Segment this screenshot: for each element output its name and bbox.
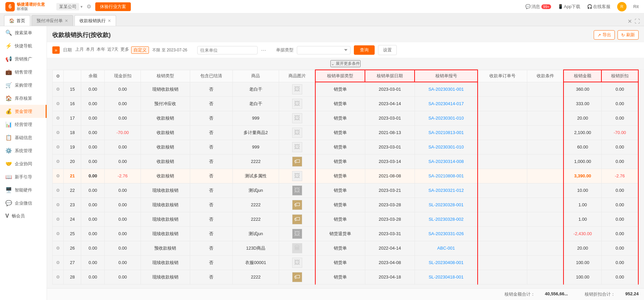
row-verify-discount: 0.00 bbox=[601, 140, 638, 154]
row-verify-bill-no[interactable]: SA-20230314-008 bbox=[415, 154, 478, 169]
tab-close-all-icon[interactable]: ✕ bbox=[628, 18, 632, 25]
sidebar-item-purchase[interactable]: 🛒 采购管理 bbox=[0, 79, 47, 92]
logo-area: 6 畅捷通谱好生意 标准版 bbox=[5, 2, 52, 11]
row-balance: 0.00 bbox=[81, 96, 105, 111]
app-download-link[interactable]: 📱 App下载 bbox=[558, 4, 580, 10]
row-gear-cell[interactable]: ⚙ bbox=[53, 96, 64, 111]
logo-icon: 6 bbox=[5, 2, 15, 11]
tab-verify-close-icon[interactable]: ✕ bbox=[108, 18, 111, 23]
row-gear-cell[interactable]: ⚙ bbox=[53, 255, 64, 270]
expand-more-button[interactable]: ⌄ 展开更多条件 bbox=[330, 60, 361, 67]
single-type-select[interactable] bbox=[297, 46, 351, 54]
row-verify-bill-no[interactable]: SA-20230301-010 bbox=[415, 140, 478, 154]
row-verify-bill-no[interactable]: SA-20230301-010 bbox=[415, 111, 478, 125]
tab-prepay-close-icon[interactable]: ✕ bbox=[65, 18, 68, 23]
tab-maximize-icon[interactable]: ⛶ bbox=[635, 18, 640, 25]
table-row: ⚙190.000.00收款核销否999🖼销货单2023-03-01SA-2023… bbox=[53, 140, 639, 154]
row-receipt-condition bbox=[527, 183, 564, 198]
date-7days[interactable]: 近7天 bbox=[107, 46, 118, 54]
sidebar-item-finance[interactable]: 💰 资金管理 bbox=[0, 105, 47, 118]
online-service-link[interactable]: 🎧 在线客服 bbox=[587, 4, 610, 10]
sidebar-label-collab: 企业协同 bbox=[15, 161, 32, 167]
row-product: 999 bbox=[232, 140, 279, 154]
counterpart-input[interactable] bbox=[197, 46, 258, 54]
company-dropdown[interactable]: 某某公司 ▾ bbox=[56, 3, 83, 10]
row-product-img: 🏛 bbox=[279, 241, 315, 255]
row-verify-bill-no[interactable]: SA-20210813-001 bbox=[415, 125, 478, 140]
table-row: ⚙180.00-70.00收款核销否多计量商品2🖼销货单2021-08-13SA… bbox=[53, 125, 639, 140]
row-verify-bill-no[interactable]: SA-20230331-026 bbox=[415, 226, 478, 241]
row-index: 26 bbox=[64, 241, 81, 255]
row-verify-bill-no[interactable]: SL-20230418-001 bbox=[415, 270, 478, 284]
row-gear-cell[interactable]: ⚙ bbox=[53, 140, 64, 154]
row-gear-cell[interactable]: ⚙ bbox=[53, 125, 64, 140]
tab-home[interactable]: 🏠 首页 bbox=[4, 15, 30, 26]
date-more[interactable]: 更多 bbox=[120, 46, 129, 54]
row-cash-discount: 0.00 bbox=[105, 241, 141, 255]
row-verify-bill-no[interactable]: SA-20230414-017 bbox=[415, 96, 478, 111]
col-gear-header[interactable]: ⚙ bbox=[53, 70, 64, 82]
row-verify-bill-no[interactable]: SL-20230328-001 bbox=[415, 198, 478, 212]
row-balance: 0.00 bbox=[81, 154, 105, 169]
row-verify-bill-no[interactable]: SL-20230328-002 bbox=[415, 212, 478, 226]
row-verify-bill-no[interactable]: ABC-001 bbox=[415, 241, 478, 255]
row-gear-cell[interactable]: ⚙ bbox=[53, 111, 64, 125]
row-gear-cell[interactable]: ⚙ bbox=[53, 169, 64, 183]
setting-button[interactable]: 设置 bbox=[378, 45, 397, 55]
row-verify-bill-no[interactable]: SA-20210808-001 bbox=[415, 169, 478, 183]
row-verify-discount: 0.00 bbox=[601, 212, 638, 226]
industry-button[interactable]: 休验行业方案 bbox=[95, 2, 131, 11]
sidebar-item-search[interactable]: 🔍 搜索菜单 bbox=[0, 26, 47, 39]
query-button[interactable]: 查询 bbox=[354, 45, 375, 55]
row-gear-cell[interactable]: ⚙ bbox=[53, 241, 64, 255]
row-receipt-condition bbox=[527, 255, 564, 270]
row-verify-bill-no[interactable]: SA-20230301-001 bbox=[415, 82, 478, 96]
sidebar-item-base[interactable]: 📋 基础信息 bbox=[0, 131, 47, 144]
tab-prepay[interactable]: 预付冲应付单 ✕ bbox=[32, 15, 73, 26]
table-gear-icon[interactable]: ⚙ bbox=[56, 74, 60, 79]
filter-more-dots[interactable]: ··· bbox=[261, 47, 266, 54]
sidebar-item-hardware[interactable]: 🖥️ 智能硬件 bbox=[0, 183, 47, 197]
refresh-button[interactable]: ↻ 刷新 bbox=[618, 30, 639, 40]
date-custom[interactable]: 自定义 bbox=[131, 46, 149, 54]
row-gear-cell[interactable]: ⚙ bbox=[53, 270, 64, 284]
row-balance: 0.00 bbox=[81, 82, 105, 96]
export-button[interactable]: ↗ 导出 bbox=[594, 30, 615, 40]
date-last-month[interactable]: 上月 bbox=[75, 46, 84, 54]
tab-verify[interactable]: 收款核销执行 ✕ bbox=[74, 15, 116, 26]
dropdown-arrow-icon[interactable]: ▾ bbox=[80, 4, 83, 9]
sidebar-item-quick-nav[interactable]: ⚡ 快捷导航 bbox=[0, 39, 47, 52]
row-gear-cell[interactable]: ⚙ bbox=[53, 183, 64, 198]
sidebar-item-system[interactable]: ⚙️ 系统管理 bbox=[0, 144, 47, 157]
row-gear-cell[interactable]: ⚙ bbox=[53, 82, 64, 96]
sidebar-item-operation[interactable]: 📊 经营管理 bbox=[0, 118, 47, 131]
table-container[interactable]: ⚙ 余额 现金折扣 核销类型 包含已结清 商品 商品图片 核销单据类型 核销单据… bbox=[47, 70, 644, 288]
row-gear-cell[interactable]: ⚙ bbox=[53, 212, 64, 226]
row-gear-cell[interactable]: ⚙ bbox=[53, 154, 64, 169]
date-this-year[interactable]: 本年 bbox=[97, 46, 105, 54]
user-name: Rit bbox=[633, 4, 639, 9]
row-gear-cell[interactable]: ⚙ bbox=[53, 198, 64, 212]
row-verify-type: 现续收款核销 bbox=[141, 226, 190, 241]
row-verify-bill-no[interactable]: SL-20230408-001 bbox=[415, 255, 478, 270]
row-verify-bill-type: 销货单 bbox=[315, 198, 365, 212]
sidebar-item-member[interactable]: V 畅会员 bbox=[0, 210, 47, 222]
row-product-img: 🖼 bbox=[279, 169, 315, 183]
expand-filter-button[interactable]: » bbox=[52, 46, 60, 54]
row-gear-cell[interactable]: ⚙ bbox=[53, 226, 64, 241]
sidebar-item-collab[interactable]: 🤝 企业协同 bbox=[0, 157, 47, 170]
sidebar-item-inventory[interactable]: 🏠 库存核算 bbox=[0, 92, 47, 105]
row-verify-bill-no[interactable]: SA-20230321-012 bbox=[415, 183, 478, 198]
date-this-month[interactable]: 本月 bbox=[86, 46, 95, 54]
sidebar-item-guide[interactable]: 📖 新手引导 bbox=[0, 170, 47, 183]
sidebar-item-sales[interactable]: 💼 销售管理 bbox=[0, 66, 47, 79]
messages-link[interactable]: 💬 消息 99+ bbox=[525, 4, 551, 10]
gear-icon[interactable]: ⚙ bbox=[87, 3, 91, 10]
user-avatar[interactable]: R bbox=[617, 2, 627, 11]
row-balance: 0.00 bbox=[81, 125, 105, 140]
message-icon: 💬 bbox=[525, 4, 531, 9]
sidebar-item-wechat[interactable]: 💬 企业微信 bbox=[0, 197, 47, 210]
sidebar-label-guide: 新手引导 bbox=[15, 174, 32, 180]
sidebar-item-marketing[interactable]: 📢 营销推广 bbox=[0, 52, 47, 66]
row-verify-amount: 100.00 bbox=[564, 255, 601, 270]
